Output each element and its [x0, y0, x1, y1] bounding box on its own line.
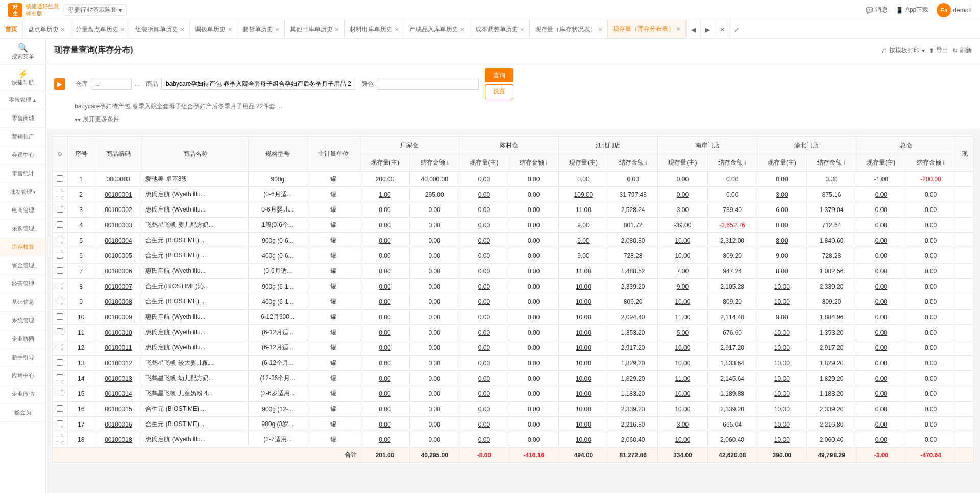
- tab-next-btn[interactable]: ▶: [700, 20, 715, 39]
- cell-factory-c: 0.00: [360, 294, 410, 310]
- cell-checkbox[interactable]: [53, 187, 68, 202]
- tab-yaohuo[interactable]: 要货单历史 ✕: [237, 20, 285, 39]
- query-button[interactable]: 查询: [485, 68, 513, 82]
- sidebar-item-vip[interactable]: 畅会员: [0, 404, 45, 422]
- cell-checkbox[interactable]: [53, 202, 68, 218]
- sidebar-item-marketing[interactable]: 营销推广: [0, 128, 45, 146]
- cell-checkbox[interactable]: [53, 279, 68, 294]
- sidebar-item-corp-wechat[interactable]: 企业微信: [0, 385, 45, 404]
- cell-extra: [955, 202, 974, 218]
- close-icon[interactable]: ✕: [120, 27, 125, 32]
- color-input[interactable]: [377, 78, 479, 90]
- user-area[interactable]: Ea demo2: [937, 3, 972, 17]
- cell-factory-c: 0.00: [360, 402, 410, 417]
- cell-checkbox[interactable]: [53, 402, 68, 417]
- cell-checkbox[interactable]: [53, 386, 68, 402]
- cell-unit: 罐: [307, 233, 360, 248]
- cell-checkbox[interactable]: [53, 356, 68, 371]
- sidebar-item-retail-mall[interactable]: 零售商城: [0, 109, 45, 128]
- export-btn[interactable]: ⬆ 导出: [929, 46, 948, 55]
- tab-chengpin[interactable]: 产成品入库单历史 ✕: [404, 20, 470, 39]
- close-icon[interactable]: ✕: [395, 27, 399, 32]
- sidebar-item-app-center[interactable]: 应用中心: [0, 367, 45, 385]
- close-icon[interactable]: ✕: [520, 27, 524, 32]
- refresh-btn[interactable]: ↻ 刷新: [952, 46, 972, 55]
- sidebar-item-basic-info[interactable]: 基础信息: [0, 293, 45, 312]
- cell-total-b: 0.00: [906, 386, 955, 402]
- cell-yubei-c: 10.00: [757, 340, 807, 356]
- sidebar-item-search[interactable]: 🔍 搜索英单: [0, 39, 45, 65]
- cell-total-c: 0.00: [856, 264, 906, 279]
- tab-chuku[interactable]: 其他出库单历史 ✕: [285, 20, 345, 39]
- tab-fenpandian[interactable]: 分量盘点单历史 ✕: [70, 20, 130, 39]
- cell-chenhu-c: 0.00: [459, 371, 509, 386]
- goods-input[interactable]: [161, 78, 355, 90]
- cell-chenhu-b: 0.00: [509, 218, 558, 233]
- close-icon[interactable]: ✕: [676, 26, 680, 32]
- close-icon[interactable]: ✕: [335, 27, 339, 32]
- close-icon[interactable]: ✕: [598, 27, 602, 32]
- tab-stock-dist[interactable]: 现存量（库存分布表）✕: [608, 20, 686, 39]
- settings-button[interactable]: 设置: [485, 84, 513, 99]
- sidebar-item-retail-stats[interactable]: 零售统计: [0, 165, 45, 183]
- expand-conditions-btn[interactable]: ▾▾ 展开更多条件: [75, 115, 972, 124]
- close-icon[interactable]: ✕: [61, 27, 65, 32]
- cell-checkbox[interactable]: [53, 417, 68, 432]
- cell-checkbox[interactable]: [53, 233, 68, 248]
- cell-yubei-c: 10.00: [757, 356, 807, 371]
- close-icon[interactable]: ✕: [460, 27, 464, 32]
- tab-prev-btn[interactable]: ◀: [686, 20, 700, 39]
- cell-checkbox[interactable]: [53, 310, 68, 325]
- tab-stock-status[interactable]: 现存量（库存状况表）✕: [530, 20, 608, 39]
- cell-checkbox[interactable]: [53, 371, 68, 386]
- tab-cailiaochu[interactable]: 材料出库单历史 ✕: [345, 20, 404, 39]
- cell-checkbox[interactable]: [53, 264, 68, 279]
- cell-nanan-c: 0.00: [658, 187, 708, 202]
- tab-zuhe[interactable]: 组装拆卸单历史 ✕: [130, 20, 190, 39]
- sidebar-item-operations[interactable]: 经营管理: [0, 275, 45, 293]
- cell-checkbox[interactable]: [53, 325, 68, 340]
- col-name: 商品名称: [142, 137, 248, 172]
- cell-checkbox[interactable]: [53, 432, 68, 448]
- sidebar-item-corp-collab[interactable]: 企业协同: [0, 330, 45, 348]
- close-icon[interactable]: ✕: [228, 27, 232, 32]
- tab-diaobo[interactable]: 调拨单历史 ✕: [190, 20, 237, 39]
- tab-expand-btn[interactable]: ⤢: [729, 20, 743, 39]
- tab-pandian[interactable]: 盘点单历史 ✕: [23, 20, 70, 39]
- cell-name: 飞鹤星飞帆 儿童奶粉 4...: [142, 386, 248, 402]
- col-settings[interactable]: ⚙: [53, 137, 68, 172]
- cell-checkbox[interactable]: [53, 340, 68, 356]
- cell-factory-b: 0.00: [410, 248, 459, 264]
- top-bar: 好生 畅捷通好生意 标准版 母婴行业演示陈套 ▾ 💬 消息 📱 App下载 Ea…: [0, 0, 980, 20]
- sidebar-item-retail-mgmt[interactable]: 零售管理▲: [0, 91, 45, 109]
- tab-close-all-btn[interactable]: ✕: [715, 20, 729, 39]
- cell-checkbox[interactable]: [53, 218, 68, 233]
- sidebar-item-purchase[interactable]: 采购管理: [0, 220, 45, 238]
- sidebar-item-quicknav[interactable]: ⚡ 快捷导航: [0, 65, 45, 91]
- tab-chengben[interactable]: 成本调整单历史 ✕: [470, 20, 530, 39]
- sidebar-item-ecommerce[interactable]: 电商管理: [0, 201, 45, 220]
- cell-checkbox[interactable]: [53, 294, 68, 310]
- cell-checkbox[interactable]: [53, 248, 68, 264]
- cell-unit: 罐: [307, 264, 360, 279]
- col-jiangbei-current: 现存量(主): [558, 154, 608, 172]
- tab-home[interactable]: 首页: [0, 20, 23, 39]
- cell-yubei-b: 2,917.20: [807, 340, 856, 356]
- store-selector[interactable]: 母婴行业演示陈套 ▾: [63, 4, 127, 16]
- warehouse-input[interactable]: [91, 78, 132, 90]
- sidebar-item-wholesale[interactable]: 批发管理▾: [0, 183, 45, 201]
- sidebar-item-system[interactable]: 系统管理: [0, 312, 45, 330]
- table-row: 7 00100006 惠氏启航 (Wyeth illu... (0-6月适...…: [53, 264, 974, 279]
- sidebar-item-inventory[interactable]: 库存核算: [0, 238, 45, 256]
- app-download-btn[interactable]: 📱 App下载: [896, 6, 928, 14]
- close-icon[interactable]: ✕: [180, 27, 184, 32]
- print-btn[interactable]: 🖨 按模板打印 ▾: [881, 46, 925, 55]
- cell-checkbox[interactable]: [53, 172, 68, 187]
- collapse-btn[interactable]: ▶: [54, 78, 65, 90]
- sidebar-item-member[interactable]: 会员中心: [0, 146, 45, 165]
- message-btn[interactable]: 💬 消息: [866, 6, 888, 14]
- sidebar-item-finance[interactable]: 资金管理: [0, 256, 45, 275]
- close-icon[interactable]: ✕: [275, 27, 279, 32]
- cell-name: 爱他美 卓萃3段: [142, 172, 248, 187]
- sidebar-item-guide[interactable]: 新手引导: [0, 348, 45, 367]
